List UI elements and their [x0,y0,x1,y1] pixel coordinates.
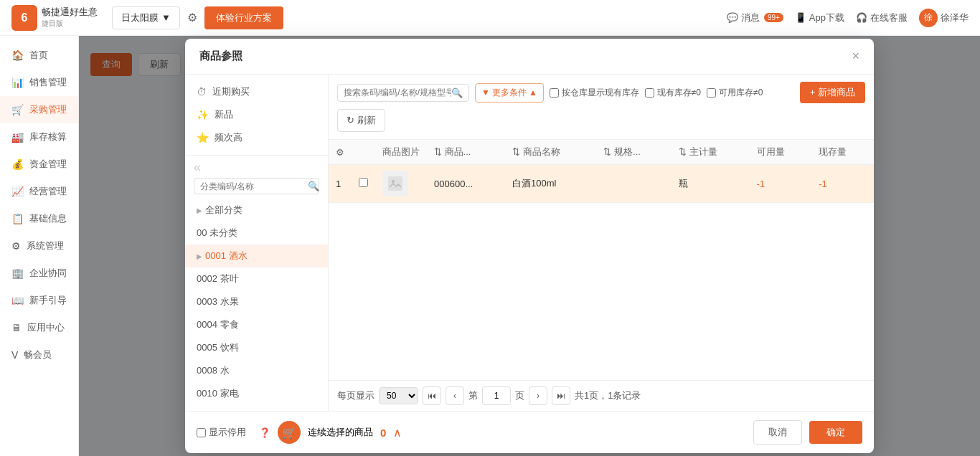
main-layout: 🏠 首页 📊 销售管理 🛒 采购管理 🏭 库存核算 💰 资金管理 📈 经营管理 … [0,36,980,456]
col-spec[interactable]: ⇅ 规格... [596,140,672,165]
sidebar-item-vip[interactable]: V 畅会员 [0,341,78,369]
online-service-btn[interactable]: 🎧 在线客服 [856,11,908,24]
col-checkbox [352,140,375,165]
sidebar-item-enterprise[interactable]: 🏢 企业协同 [0,260,78,287]
search-icon[interactable]: 🔍 [451,87,463,98]
cancel-btn[interactable]: 取消 [753,420,802,445]
messages-badge: 99+ [764,13,783,22]
cat-item-label: 0005 饮料 [197,341,239,354]
available-ne0-checkbox-label[interactable]: 可用库存≠0 [707,87,763,99]
cat-item-0003[interactable]: 0003 水果 [185,290,328,313]
cat-item-all[interactable]: ▶ 全部分类 [185,199,328,222]
messages-btn[interactable]: 💬 消息 99+ [727,11,783,24]
cell-code: 000600... [427,165,505,203]
page-first-btn[interactable]: ⏮ [423,386,441,405]
top-nav: 6 畅捷通好生意 捷目版 日太阳膜 ▼ ⚙ 体验行业方案 💬 消息 99+ 📱 … [0,0,980,36]
cat-item-0002[interactable]: 0002 茶叶 [185,267,328,290]
home-icon: 🏠 [11,49,24,61]
sidebar-item-guide[interactable]: 📖 新手引导 [0,287,78,314]
finance-icon: 💰 [11,158,24,170]
refresh-btn[interactable]: ↻ 刷新 [337,109,385,132]
stock-ne0-checkbox[interactable] [645,88,654,98]
sidebar-item-finance[interactable]: 💰 资金管理 [0,151,78,178]
cell-checkbox[interactable] [352,165,375,203]
cat-search-icon[interactable]: 🔍 [308,181,319,191]
cat-quick-recent[interactable]: ⏱ 近期购买 [185,80,328,103]
sidebar-item-operations[interactable]: 📈 经营管理 [0,178,78,205]
apps-icon: 🖥 [11,322,22,333]
cat-item-0001[interactable]: ▶ 0001 酒水 [185,244,328,267]
show-disabled-label[interactable]: 显示停用 [197,426,246,439]
col-name[interactable]: ⇅ 商品名称 [505,140,596,165]
cat-item-00[interactable]: 00 未分类 [185,222,328,244]
cart-label: 连续选择的商品 [308,426,373,439]
cat-item-0005[interactable]: 0005 饮料 [185,336,328,359]
sidebar-item-inventory[interactable]: 🏭 库存核算 [0,123,78,151]
table-row[interactable]: 1 [329,165,874,203]
cat-quick-frequent[interactable]: ⭐ 频次高 [185,126,328,149]
app-download-btn[interactable]: 📱 App下载 [795,11,844,24]
show-disabled-checkbox[interactable] [197,428,206,437]
sidebar-item-purchase[interactable]: 🛒 采购管理 [0,96,78,123]
cat-search-input[interactable] [200,181,308,191]
modal-overlay: 商品参照 × ⏱ 近期购买 ✨ [79,36,980,456]
modal-header: 商品参照 × [185,39,874,75]
sidebar-label-purchase: 采购管理 [29,103,67,116]
cat-quick-new[interactable]: ✨ 新品 [185,103,328,126]
cat-item-0008[interactable]: 0008 水 [185,359,328,382]
logo-sub: 捷目版 [42,19,98,29]
product-table: ⚙ 商品图片 ⇅ 商品... ⇅ 商品名称 ⇅ 规格... ⇅ 主计量 可用量 [329,140,874,203]
panel-collapse-btn[interactable]: « [194,160,201,175]
sidebar-item-basic-info[interactable]: 📋 基础信息 [0,205,78,232]
page-prev-btn[interactable]: ‹ [446,386,464,405]
product-search-input[interactable] [344,87,451,98]
svg-point-1 [392,180,395,183]
page-input[interactable] [482,386,511,405]
confirm-btn[interactable]: 确定 [809,421,862,444]
nav-dropdown[interactable]: 日太阳膜 ▼ [112,6,180,29]
page-next-btn[interactable]: › [529,386,547,405]
trial-btn[interactable]: 体验行业方案 [204,6,283,29]
row-checkbox[interactable] [359,178,368,187]
sidebar-label-operations: 经营管理 [29,185,67,198]
cart-icon-wrap[interactable]: 🛒 [278,421,301,444]
sidebar: 🏠 首页 📊 销售管理 🛒 采购管理 🏭 库存核算 💰 资金管理 📈 经营管理 … [0,36,79,456]
col-unit[interactable]: ⇅ 主计量 [672,140,749,165]
modal-close-btn[interactable]: × [852,49,859,64]
cat-item-label: 00 未分类 [197,227,237,239]
arrow-icon: ▶ [197,252,202,260]
product-reference-modal: 商品参照 × ⏱ 近期购买 ✨ [185,39,874,453]
gear-icon[interactable]: ⚙ [187,11,197,24]
col-settings[interactable]: ⚙ [329,140,352,165]
filter-icon: ▼ [481,87,490,98]
cat-item-0004[interactable]: 0004 零食 [185,313,328,336]
app-download-label: App下载 [809,11,844,24]
add-product-btn[interactable]: + 新增商品 [800,82,865,103]
user-profile-btn[interactable]: 徐 徐泽华 [919,9,969,27]
page-size-select[interactable]: 50 10 20 100 [379,387,418,404]
help-icon[interactable]: ❓ [259,427,270,438]
sidebar-item-sales[interactable]: 📊 销售管理 [0,69,78,96]
show-disabled-text: 显示停用 [209,426,246,439]
cat-quick-recent-label: 近期购买 [212,85,250,98]
sidebar-item-system[interactable]: ⚙ 系统管理 [0,232,78,260]
warehouse-checkbox[interactable] [550,88,559,98]
nav-right: 💬 消息 99+ 📱 App下载 🎧 在线客服 徐 徐泽华 [727,9,969,27]
sidebar-item-apps[interactable]: 🖥 应用中心 [0,314,78,341]
cart-count: 0 [380,427,386,439]
cat-item-label: 0003 水果 [197,295,239,308]
cart-collapse-btn[interactable]: ∧ [393,426,402,440]
sidebar-item-home[interactable]: 🏠 首页 [0,42,78,69]
cell-spec [596,165,672,203]
available-ne0-checkbox[interactable] [707,88,716,98]
stock-ne0-checkbox-label[interactable]: 现有库存≠0 [645,87,701,99]
warehouse-checkbox-label[interactable]: 按仓库显示现有库存 [550,87,639,99]
more-filter-btn[interactable]: ▼ 更多条件 ▲ [475,83,544,103]
arrow-icon: ▶ [197,206,202,214]
cat-item-label: 全部分类 [205,204,242,217]
col-code[interactable]: ⇅ 商品... [427,140,505,165]
cat-item-0010[interactable]: 0010 家电 [185,382,328,405]
page-last-btn[interactable]: ⏭ [552,386,570,405]
message-icon: 💬 [727,12,738,23]
sidebar-label-finance: 资金管理 [29,158,67,171]
